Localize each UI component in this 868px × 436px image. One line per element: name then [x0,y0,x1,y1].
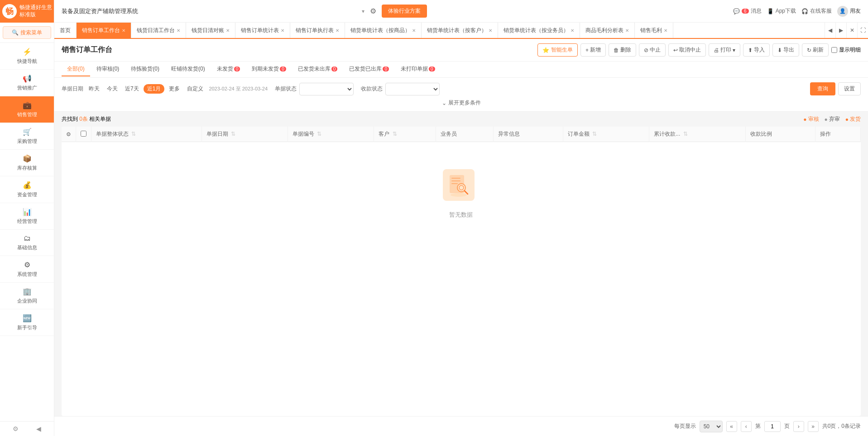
first-page-btn[interactable]: « [726,421,737,432]
filter-setting-button[interactable]: 设置 [838,82,861,95]
tab-maximize[interactable]: ⛶ [857,23,868,38]
tab-close-sales-stats-product[interactable]: ✕ [412,28,416,33]
table-checkbox-col[interactable] [76,127,91,142]
sort-icon-customer[interactable]: ⇅ [393,131,397,137]
last-page-btn[interactable]: » [808,421,819,432]
app-download-btn[interactable]: 📱 App下载 [767,7,796,15]
payment-filter-select[interactable] [385,83,440,95]
online-service-btn[interactable]: 🎧 在线客服 [801,7,832,15]
sidebar-settings-icon[interactable]: ⚙ [13,425,19,432]
search-menu-button[interactable]: 🔍 搜索菜单 [3,26,51,39]
industry-solution-button[interactable]: 体验行业方案 [382,5,427,18]
refresh-button[interactable]: ↻ 刷新 [802,43,829,57]
smart-create-button[interactable]: ⭐ 智能生单 [537,43,578,57]
sidebar-logo[interactable]: 畅 畅捷通好生意 标准版 [0,0,54,23]
tab-close-all[interactable]: ✕ [846,23,857,38]
table-settings-col[interactable]: ⚙ [62,127,76,142]
sub-tab-all[interactable]: 全部(0) [62,62,90,76]
sub-tab-pending-review[interactable]: 待审核(0) [91,62,125,76]
tab-sales-gross[interactable]: 销售毛利✕ [635,23,673,38]
sub-tab-overdue-not-shipped[interactable]: 到期未发货0 [246,62,292,76]
page-size-select[interactable]: 50 20 100 [700,421,723,432]
export-button[interactable]: ⬇ 导出 [772,43,799,57]
date-btn-近1月[interactable]: 近1月 [144,84,165,94]
sub-tab-not-shipped[interactable]: 未发货0 [211,62,246,76]
tab-close-sales-order-exec[interactable]: ✕ [336,28,339,33]
sidebar-item-guide[interactable]: 🆕 新手引导 [0,309,54,336]
tab-close-sales-order-workbench[interactable]: ✕ [122,28,125,33]
filter-row-1: 单据日期 昨天今天近7天近1月更多自定义 2023-02-24 至 2023-0… [62,82,861,95]
tab-sales-stats-product[interactable]: 销货单统计表（按商品）✕ [345,23,422,38]
print-button[interactable]: 🖨 打印 ▾ [709,43,740,57]
show-detail-checkbox[interactable] [831,47,837,53]
query-button[interactable]: 查询 [810,82,835,95]
tab-sales-stats-staff[interactable]: 销货单统计表（按业务员）✕ [498,23,580,38]
sidebar-item-quick-nav[interactable]: ⚡ 快捷导航 [0,43,54,70]
ship-op-btn[interactable]: ● 发货 [845,115,861,123]
tab-close-sales-order-stats[interactable]: ✕ [281,28,284,33]
sort-icon-number[interactable]: ⇅ [317,131,321,137]
date-btn-今天[interactable]: 今天 [104,84,120,94]
tab-scroll-right[interactable]: ▶ [835,23,846,38]
date-btn-昨天[interactable]: 昨天 [86,84,102,94]
date-btn-近7天[interactable]: 近7天 [122,84,142,94]
tab-sales-order-workbench[interactable]: 销售订单工作台✕ [77,23,131,38]
sort-icon-amount[interactable]: ⇅ [592,131,597,137]
tab-close-cash-reconcile[interactable]: ✕ [226,28,230,33]
sort-icon-status[interactable]: ⇅ [131,131,136,137]
tab-close-sales-stats-customer[interactable]: ✕ [489,28,492,33]
tab-cash-daily[interactable]: 钱货日清工作台✕ [131,23,186,38]
next-page-btn[interactable]: › [793,421,804,432]
topbar-dropdown-icon[interactable]: ▾ [362,8,364,14]
tab-close-sales-gross[interactable]: ✕ [664,28,667,33]
sub-tab-pending-inspection[interactable]: 待拣验货(0) [125,62,165,76]
tab-sales-order-exec[interactable]: 销售订单执行表✕ [290,23,345,38]
cancel-stop-button[interactable]: ↩ 取消中止 [668,43,706,57]
tab-product-profit[interactable]: 商品毛利分析表✕ [580,23,635,38]
tab-close-product-profit[interactable]: ✕ [625,28,629,33]
sidebar-item-basic-info[interactable]: 🗂 基础信息 [0,230,54,256]
tab-close-sales-stats-staff[interactable]: ✕ [571,28,574,33]
sidebar-item-operations[interactable]: 📊 经营管理 [0,203,54,230]
topbar-settings-btn[interactable]: ⚙ [370,7,376,15]
sidebar-item-finance[interactable]: 💰 资金管理 [0,176,54,203]
sub-tab-shipped-not-out[interactable]: 已发货未出库0 [293,62,343,76]
sidebar-item-purchase[interactable]: 🛒 采购管理 [0,123,54,150]
page-number-input[interactable] [764,421,781,432]
stop-button[interactable]: ⊘ 中止 [639,43,666,57]
status-filter-select[interactable] [299,83,354,95]
sort-icon-collected[interactable]: ⇅ [683,131,688,137]
tab-sales-stats-customer[interactable]: 销货单统计表（按客户）✕ [422,23,498,38]
sub-tabs: 全部(0)待审核(0)待拣验货(0)旺铺待发货(0)未发货0到期未发货0已发货未… [54,62,868,78]
import-button[interactable]: ⬆ 导入 [743,43,770,57]
sidebar-item-enterprise[interactable]: 🏢 企业协同 [0,283,54,309]
sub-tab-not-printed[interactable]: 未打印单据0 [395,62,441,76]
expand-filter-btn[interactable]: ⌄ 展开更多条件 [442,99,481,107]
sidebar-collapse-icon[interactable]: ◀ [36,425,41,432]
sidebar-item-inventory[interactable]: 📦 库存核算 [0,150,54,176]
sidebar-item-marketing[interactable]: 📢 营销推广 [0,70,54,96]
tab-sales-order-stats[interactable]: 销售订单统计表✕ [235,23,290,38]
sub-tab-shipped-out[interactable]: 已发货已出库0 [344,62,394,76]
message-btn[interactable]: 💬 6 消息 [733,7,762,15]
cancel-review-op-btn[interactable]: ● 弃审 [825,115,840,123]
tab-home[interactable]: 首页 [54,23,77,38]
user-menu[interactable]: 👤 用友 [837,6,861,17]
review-op-btn[interactable]: ● 审核 [803,115,819,123]
sidebar-item-sales[interactable]: 💼 销售管理 [0,96,54,123]
delete-button[interactable]: 🗑 删除 [609,43,636,57]
date-btn-更多[interactable]: 更多 [166,84,182,94]
sub-tab-wangpu-pending[interactable]: 旺铺待发货(0) [166,62,211,76]
add-button[interactable]: + 新增 [580,43,606,57]
tab-scroll-left[interactable]: ◀ [825,23,835,38]
date-btn-自定义[interactable]: 自定义 [184,84,206,94]
select-all-checkbox[interactable] [81,131,86,137]
show-detail-checkbox-label[interactable]: 显示明细 [831,46,861,54]
tab-cash-reconcile[interactable]: 钱货日清对账✕ [186,23,235,38]
orders-table: ⚙ 单据整体状态 ⇅ 单据日期 ⇅ 单据编号 ⇅ 客户 ⇅ 业务员 异常信息 订… [62,127,861,246]
message-count-badge: 6 [742,9,749,14]
sidebar-item-system[interactable]: ⚙ 系统管理 [0,256,54,283]
prev-page-btn[interactable]: ‹ [741,421,752,432]
sort-icon-date[interactable]: ⇅ [231,131,235,137]
tab-close-cash-daily[interactable]: ✕ [177,28,180,33]
